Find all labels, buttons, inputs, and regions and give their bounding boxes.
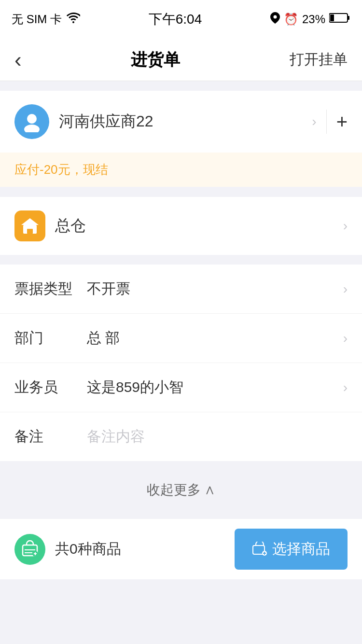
wifi-icon (67, 13, 80, 26)
department-row[interactable]: 部门 总 部 (0, 314, 362, 363)
collapse-row[interactable]: 收起更多 ∧ (0, 471, 362, 509)
product-icon (14, 534, 45, 565)
invoice-type-label: 票据类型 (14, 279, 77, 299)
salesperson-row[interactable]: 业务员 这是859的小智 (0, 363, 362, 412)
svg-rect-2 (330, 14, 334, 21)
alert-banner: 应付-20元，现结 (0, 153, 362, 187)
status-right: ⏰ 23% (270, 12, 350, 27)
invoice-type-chevron-icon (343, 281, 348, 297)
nav-bar: ‹ 进货单 打开挂单 (0, 39, 362, 81)
svg-marker-6 (21, 218, 39, 225)
gap1 (0, 81, 362, 91)
remark-row[interactable]: 备注 备注内容 (0, 412, 362, 461)
add-supplier-button[interactable]: + (336, 111, 348, 133)
select-product-button[interactable]: 选择商品 (235, 529, 348, 570)
svg-rect-1 (348, 16, 349, 20)
product-count: 共0种商品 (55, 539, 235, 559)
bottom-bar: 共0种商品 选择商品 (0, 519, 362, 579)
svg-point-4 (24, 125, 40, 132)
form-section: 票据类型 不开票 部门 总 部 业务员 这是859的小智 备注 备注内容 (0, 265, 362, 461)
warehouse-name: 总仓 (55, 215, 343, 237)
department-label: 部门 (14, 328, 77, 348)
alarm-icon: ⏰ (284, 13, 298, 26)
location-icon (270, 12, 280, 27)
invoice-type-value: 不开票 (77, 279, 343, 299)
status-time: 下午6:04 (149, 10, 202, 28)
back-button[interactable]: ‹ (14, 48, 22, 72)
status-bar: 无 SIM 卡 下午6:04 ⏰ 23% (0, 0, 362, 39)
warehouse-icon (14, 210, 45, 241)
status-left: 无 SIM 卡 (12, 12, 80, 27)
open-pending-button[interactable]: 打开挂单 (290, 50, 348, 70)
department-value: 总 部 (77, 328, 343, 348)
remark-input[interactable]: 备注内容 (77, 427, 348, 447)
supplier-avatar (14, 104, 49, 139)
supplier-card: 河南供应商22 + 应付-20元，现结 (0, 91, 362, 187)
warehouse-card: 总仓 (0, 196, 362, 255)
salesperson-value: 这是859的小智 (77, 378, 343, 397)
department-chevron-icon (343, 331, 348, 346)
select-product-icon (252, 542, 267, 557)
supplier-chevron-icon (312, 114, 316, 129)
remark-label: 备注 (14, 427, 77, 447)
supplier-name: 河南供应商22 (59, 111, 312, 132)
gap2 (0, 187, 362, 196)
battery-percent: 23% (302, 13, 325, 26)
supplier-row[interactable]: 河南供应商22 + (0, 91, 362, 153)
salesperson-label: 业务员 (14, 378, 77, 397)
warehouse-row[interactable]: 总仓 (0, 196, 362, 255)
sim-label: 无 SIM 卡 (12, 12, 62, 27)
page-title: 进货单 (131, 49, 180, 71)
salesperson-chevron-icon (343, 380, 348, 395)
svg-rect-7 (27, 229, 33, 234)
alert-text: 应付-20元，现结 (14, 162, 108, 177)
svg-point-3 (27, 114, 37, 124)
supplier-divider (326, 110, 327, 134)
battery-icon (329, 13, 350, 26)
warehouse-chevron-icon (343, 218, 348, 234)
collapse-label: 收起更多 ∧ (147, 481, 216, 499)
select-product-label: 选择商品 (272, 539, 330, 559)
invoice-type-row[interactable]: 票据类型 不开票 (0, 265, 362, 314)
